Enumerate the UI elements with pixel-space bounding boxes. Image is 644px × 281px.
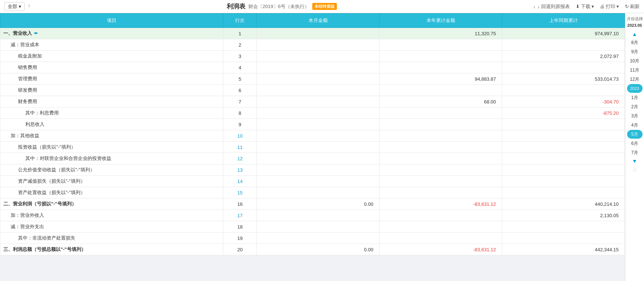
table-row: 公允价值变动收益（损失以"-"填列）13 bbox=[0, 164, 625, 176]
table-row: 财务费用768.00-304.70 bbox=[0, 96, 625, 107]
month-item[interactable]: 4月 bbox=[627, 121, 643, 129]
cell-month bbox=[257, 176, 379, 187]
cell-rownum: 1 bbox=[223, 28, 257, 39]
col-header-rownum: 行次 bbox=[223, 14, 257, 28]
table-row: 减：营业成本2 bbox=[0, 39, 625, 51]
cell-month bbox=[257, 130, 379, 142]
cell-item: 研发费用 bbox=[0, 85, 223, 96]
cell-rownum[interactable]: 11 bbox=[223, 142, 257, 153]
table-row: 销售费用4 bbox=[0, 62, 625, 73]
cell-year bbox=[379, 233, 502, 244]
month-item[interactable]: 3月 bbox=[627, 112, 643, 120]
cell-month bbox=[257, 187, 379, 198]
cell-item: 销售费用 bbox=[0, 62, 223, 73]
cell-rownum[interactable]: 10 bbox=[223, 130, 257, 142]
cell-month bbox=[257, 39, 379, 51]
month-item[interactable]: 2023 bbox=[627, 84, 643, 93]
cell-month: 0.00 bbox=[257, 244, 379, 255]
month-selector-label: 月份选择 bbox=[627, 16, 643, 22]
cell-year bbox=[379, 187, 502, 198]
cell-month bbox=[257, 164, 379, 176]
cell-prev: 2,130.05 bbox=[502, 210, 625, 221]
edit-icon[interactable]: ✏ bbox=[34, 31, 38, 36]
cell-month bbox=[257, 96, 379, 107]
cell-item: 加：其他收益 bbox=[0, 130, 223, 142]
cell-rownum: 4 bbox=[223, 62, 257, 73]
table-row: 投资收益（损失以"-"填列）11 bbox=[0, 142, 625, 153]
cell-prev bbox=[502, 221, 625, 233]
cell-rownum[interactable]: 15 bbox=[223, 187, 257, 198]
download-button[interactable]: ⬇ 下载 ▾ bbox=[576, 3, 594, 10]
cell-rownum: 2 bbox=[223, 39, 257, 51]
month-item[interactable]: 12月 bbox=[627, 75, 643, 84]
cell-month bbox=[257, 233, 379, 244]
cell-item: 其中：对联营企业和合营企业的投资收益 bbox=[0, 153, 223, 164]
cell-rownum: 9 bbox=[223, 119, 257, 130]
month-item[interactable]: 8月 bbox=[627, 38, 643, 47]
cell-year bbox=[379, 39, 502, 51]
back-label: ↓ 回退到原报表 bbox=[537, 3, 570, 10]
table-row: 一、营业收入✏111,320.75974,997.10 bbox=[0, 28, 625, 39]
cell-rownum: 19 bbox=[223, 233, 257, 244]
cell-rownum: 5 bbox=[223, 73, 257, 85]
print-button[interactable]: 🖨 打印 ▾ bbox=[600, 3, 619, 10]
cell-prev: 442,344.15 bbox=[502, 244, 625, 255]
cell-year bbox=[379, 176, 502, 187]
table-row: 研发费用6 bbox=[0, 85, 625, 96]
report-table: 项目 行次 本月金额 本年累计金额 上年同期累计 一、营业收入✏111,320.… bbox=[0, 13, 625, 255]
month-item[interactable]: 6月 bbox=[627, 139, 643, 148]
back-icon: ↓ bbox=[533, 4, 536, 9]
month-selector-year: 2023.05 bbox=[627, 23, 642, 28]
cell-year bbox=[379, 210, 502, 221]
refresh-button[interactable]: ↻ 刷新 bbox=[625, 3, 640, 10]
month-item[interactable]: 5月 bbox=[627, 130, 643, 139]
cell-rownum[interactable]: 14 bbox=[223, 176, 257, 187]
cell-prev: 533,014.73 bbox=[502, 73, 625, 85]
cell-rownum: 20 bbox=[223, 244, 257, 255]
cell-prev bbox=[502, 39, 625, 51]
cell-prev bbox=[502, 153, 625, 164]
cell-rownum: 6 bbox=[223, 85, 257, 96]
cell-year bbox=[379, 130, 502, 142]
month-nav-up[interactable]: ▲ bbox=[630, 30, 640, 38]
table-header-row: 项目 行次 本月金额 本年累计金额 上年同期累计 bbox=[0, 14, 625, 28]
cell-rownum[interactable]: 12 bbox=[223, 153, 257, 164]
table-row: 减：营业外支出18 bbox=[0, 221, 625, 233]
refresh-icon: ↻ bbox=[625, 4, 629, 9]
month-item[interactable]: 1月 bbox=[627, 93, 643, 102]
scope-selector[interactable]: 全部 ▾ bbox=[4, 2, 25, 11]
cell-prev bbox=[502, 130, 625, 142]
back-button[interactable]: ↓ ↓ 回退到原报表 bbox=[533, 3, 570, 10]
cell-month bbox=[257, 119, 379, 130]
report-title: 利润表 bbox=[227, 2, 245, 11]
cell-year bbox=[379, 221, 502, 233]
top-bar-left: 全部 ▾ ? bbox=[4, 2, 30, 11]
table-row: 其中：对联营企业和合营企业的投资收益12 bbox=[0, 153, 625, 164]
cell-prev bbox=[502, 164, 625, 176]
cell-year: -83,631.12 bbox=[379, 244, 502, 255]
cell-rownum[interactable]: 13 bbox=[223, 164, 257, 176]
help-icon[interactable]: ? bbox=[28, 4, 30, 9]
month-nav-down[interactable]: ▼ bbox=[630, 157, 640, 165]
favorite-icon[interactable]: ☆ bbox=[632, 166, 637, 173]
cell-month bbox=[257, 221, 379, 233]
table-row: 加：其他收益10 bbox=[0, 130, 625, 142]
col-header-year: 本年累计金额 bbox=[379, 14, 502, 28]
cell-year bbox=[379, 107, 502, 119]
month-item[interactable]: 9月 bbox=[627, 47, 643, 56]
print-chevron: ▾ bbox=[616, 4, 619, 9]
col-header-month: 本月金额 bbox=[257, 14, 379, 28]
print-icon: 🖨 bbox=[600, 4, 605, 9]
chevron-down-icon: ▾ bbox=[19, 4, 21, 9]
month-item[interactable]: 11月 bbox=[627, 66, 643, 74]
month-item[interactable]: 7月 bbox=[627, 148, 643, 157]
cell-rownum[interactable]: 17 bbox=[223, 210, 257, 221]
table-row: 利息收入9 bbox=[0, 119, 625, 130]
cell-item: 税金及附加 bbox=[0, 51, 223, 62]
top-bar-center: 利润表 财会〔2019〕6号（未执行） 未结转损益 bbox=[227, 2, 337, 11]
status-badge: 未结转损益 bbox=[312, 3, 337, 10]
refresh-label: 刷新 bbox=[630, 3, 640, 10]
top-bar-right: ↓ ↓ 回退到原报表 ⬇ 下载 ▾ 🖨 打印 ▾ ↻ 刷新 bbox=[533, 3, 640, 10]
month-item[interactable]: 10月 bbox=[627, 56, 643, 65]
month-item[interactable]: 2月 bbox=[627, 102, 643, 111]
